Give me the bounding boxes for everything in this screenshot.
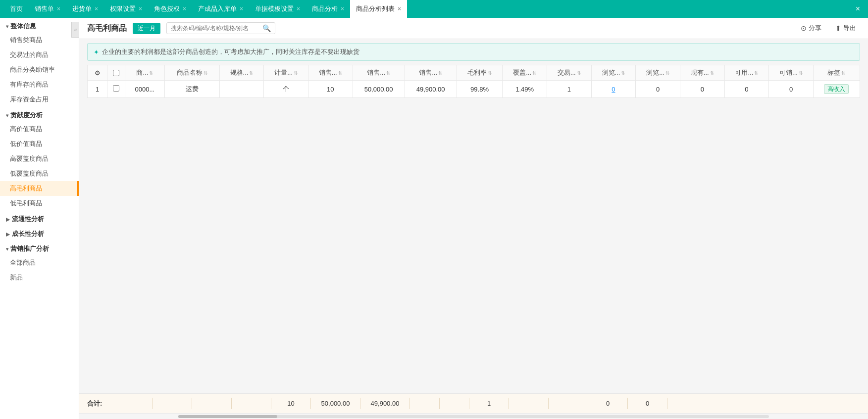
nav-product-storage[interactable]: 产成品入库单 × [192,0,249,18]
sidebar-item-high-value[interactable]: 高价值商品 [0,122,79,137]
nav-sales[interactable]: 销售单 × [29,0,66,18]
sidebar-collapse-button[interactable]: « [71,22,79,38]
nav-purchase[interactable]: 进货单 × [66,0,104,18]
footer-gross-rate-spacer [410,398,440,409]
sort-icon-code: ⇅ [149,70,153,76]
horizontal-scrollbar[interactable] [79,413,868,419]
sidebar-group-growth[interactable]: ▶ 成长性分析 [0,226,79,240]
col-trade-times[interactable]: 交易... ⇅ [547,65,592,81]
search-icon[interactable]: 🔍 [262,24,271,32]
page-title: 高毛利商品 [87,23,127,34]
sidebar-item-low-margin[interactable]: 低毛利商品 [0,196,79,211]
sidebar-item-traded-goods[interactable]: 交易过的商品 [0,47,79,62]
sidebar-item-inventory-capital[interactable]: 库存资金占用 [0,92,79,107]
export-button[interactable]: ⬆ 导出 [831,22,860,35]
sidebar-item-sales-goods[interactable]: 销售类商品 [0,33,79,47]
col-sellable-stock[interactable]: 可销... ⇅ [769,65,814,81]
select-all-checkbox[interactable] [113,70,119,76]
share-button[interactable]: ⊙ 分享 [797,22,825,35]
group-overall-arrow: ▾ [6,24,8,29]
nav-permissions[interactable]: 权限设置 × [104,0,148,18]
nav-template-settings-close[interactable]: × [297,5,300,12]
sidebar-group-marketing[interactable]: ▾ 营销推广分析 [0,240,79,255]
nav-product-storage-close[interactable]: × [240,5,243,12]
col-name[interactable]: 商品名称 ⇅ [164,65,219,81]
sort-icon-views1: ⇅ [621,70,625,76]
info-banner-text: 企业的主要的利润都是这部分商品创造的，可考虑加大推广，同时关注库存是不要出现缺货 [102,47,359,56]
sort-icon-coverage: ⇅ [532,70,536,76]
col-current-stock[interactable]: 现有... ⇅ [680,65,724,81]
sort-icon-sales-amt: ⇅ [386,70,390,76]
nav-purchase-close[interactable]: × [95,5,98,12]
col-code[interactable]: 商... ⇅ [125,65,165,81]
col-gross-rate[interactable]: 毛利率 ⇅ [457,65,503,81]
cell-views1[interactable]: 0 [591,81,636,98]
scrollbar-thumb[interactable] [178,415,277,418]
cell-sales-cost: 49,900.00 [405,81,457,98]
nav-template-settings[interactable]: 单据模板设置 × [249,0,306,18]
group-contribution-arrow: ▾ [6,113,8,118]
content-header: 高毛利商品 近一月 🔍 ⊙ 分享 ⬆ 导出 [79,18,868,39]
sidebar: « ▾ 整体信息 销售类商品 交易过的商品 商品分类助销率 有库存的商品 库存资… [0,18,79,419]
views1-link[interactable]: 0 [612,86,615,93]
col-tag[interactable]: 标签 ⇅ [813,65,860,81]
footer-current-stock: 0 [588,398,628,409]
group-growth-label: 成长性分析 [12,230,44,238]
nav-role-auth-close[interactable]: × [183,5,186,12]
col-available-stock[interactable]: 可用... ⇅ [724,65,769,81]
col-sales-amt[interactable]: 销售... ⇅ [353,65,405,81]
sidebar-item-low-coverage[interactable]: 低覆盖度商品 [0,166,79,181]
footer-views1-spacer [509,398,549,409]
cell-views2: 0 [636,81,680,98]
col-views2[interactable]: 浏览... ⇅ [636,65,680,81]
time-filter-button[interactable]: 近一月 [133,23,160,34]
sidebar-item-all-goods[interactable]: 全部商品 [0,255,79,270]
sidebar-group-overall[interactable]: ▾ 整体信息 [0,18,79,33]
nav-permissions-label: 权限设置 [110,4,136,13]
search-input[interactable] [171,25,262,32]
col-settings[interactable]: ⚙ [88,65,107,81]
cell-spec [219,81,264,98]
nav-product-analysis-list[interactable]: 商品分析列表 × [350,0,407,18]
col-views1[interactable]: 浏览... ⇅ [591,65,636,81]
settings-icon: ⚙ [95,69,101,77]
sidebar-item-category-rate[interactable]: 商品分类助销率 [0,62,79,77]
footer-trade-times: 1 [469,398,509,409]
nav-role-auth[interactable]: 角色授权 × [148,0,192,18]
sort-icon-trade-times: ⇅ [577,70,581,76]
nav-sales-close[interactable]: × [57,5,60,12]
sidebar-item-high-margin[interactable]: 高毛利商品 [0,181,79,196]
table-row: 1 0000... 运费 个 [88,81,860,98]
col-spec[interactable]: 规格... ⇅ [219,65,264,81]
share-icon: ⊙ [801,24,807,32]
close-all-tabs[interactable]: × [852,4,864,13]
footer-sales-amt: 50,000.00 [311,398,360,409]
col-coverage[interactable]: 覆盖... ⇅ [503,65,547,81]
nav-permissions-close[interactable]: × [139,5,142,12]
sidebar-item-new-goods[interactable]: 新品 [0,270,79,285]
col-sales-cost[interactable]: 销售... ⇅ [405,65,457,81]
row-checkbox[interactable] [113,85,119,92]
sidebar-item-low-value[interactable]: 低价值商品 [0,137,79,151]
footer-coverage-spacer [440,398,469,409]
nav-product-analysis[interactable]: 商品分析 × [306,0,350,18]
nav-home[interactable]: 首页 [4,0,29,18]
table-header-row: ⚙ 商... ⇅ [88,65,860,81]
col-sales-qty[interactable]: 销售... ⇅ [308,65,353,81]
sidebar-item-high-coverage[interactable]: 高覆盖度商品 [0,151,79,166]
cell-sales-amt: 50,000.00 [353,81,405,98]
group-overall-label: 整体信息 [10,22,36,31]
nav-purchase-label: 进货单 [72,4,92,13]
footer-sales-qty: 10 [271,398,311,409]
nav-product-analysis-close[interactable]: × [341,5,344,12]
data-table: ⚙ 商... ⇅ [87,65,860,98]
col-unit[interactable]: 计量... ⇅ [264,65,308,81]
sidebar-group-contribution[interactable]: ▾ 贡献度分析 [0,107,79,122]
nav-product-analysis-list-close[interactable]: × [398,5,401,12]
nav-sales-label: 销售单 [35,4,54,13]
cell-gross-rate: 99.8% [457,81,503,98]
sidebar-item-in-stock-goods[interactable]: 有库存的商品 [0,77,79,92]
sidebar-group-liquidity[interactable]: ▶ 流通性分析 [0,211,79,226]
export-icon: ⬆ [835,24,841,32]
cell-sellable-stock: 0 [769,81,814,98]
